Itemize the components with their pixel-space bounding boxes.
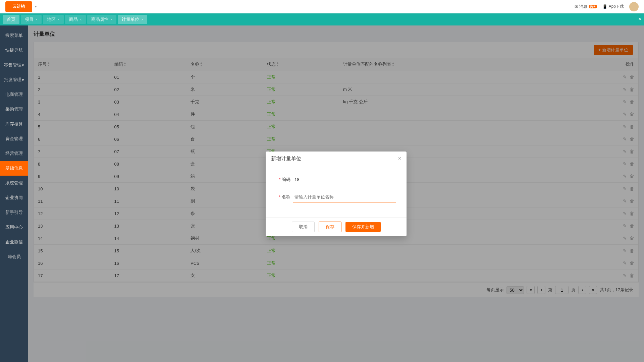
name-label: 名称 (276, 194, 293, 200)
message-badge: 99+ (589, 5, 597, 8)
sidebar: 搜索菜单 快捷导航 零售管理 ▾ 批发管理 ▾ 电商管理 采购管理 库存核算 资… (0, 25, 28, 362)
sidebar-item-newcomer[interactable]: 新手引导 (0, 205, 28, 220)
sidebar-item-finance[interactable]: 资金管理 (0, 131, 28, 146)
form-row-code: 编码 (276, 174, 396, 185)
sidebar-item-system[interactable]: 系统管理 (0, 176, 28, 190)
tab-close-project[interactable]: × (36, 18, 38, 21)
sidebar-item-base-info[interactable]: 基础信息 (0, 161, 28, 176)
name-input[interactable] (293, 192, 396, 202)
content-area: 计量单位 + 新增计量单位 序号 ▲▼ (28, 25, 644, 362)
modal-header: 新增计量单位 × (266, 152, 407, 166)
header-dropdown[interactable]: ▾ (35, 4, 37, 9)
sidebar-item-inventory[interactable]: 库存核算 (0, 117, 28, 131)
tab-home[interactable]: 首页 (3, 15, 19, 24)
chevron-icon-2: ▾ (22, 77, 24, 82)
sidebar-item-membership[interactable]: 嗨会员 (0, 249, 28, 264)
modal-close-btn[interactable]: × (398, 156, 401, 162)
message-icon: ✉ (575, 4, 578, 9)
logo-area: 云进销 ▾ (5, 1, 37, 12)
save-button[interactable]: 保存 (319, 222, 341, 232)
top-nav-right: ✉ 消息 99+ 📱 App下载 (575, 2, 639, 11)
sidebar-item-retail[interactable]: 零售管理 ▾ (0, 58, 28, 72)
tab-close-product[interactable]: × (80, 18, 82, 21)
save-and-new-button[interactable]: 保存并新增 (345, 222, 381, 232)
modal-overlay: 新增计量单位 × 编码 名称 取消 (28, 25, 644, 362)
tab-region[interactable]: 地区 × (43, 15, 64, 24)
app-logo: 云进销 (5, 1, 32, 12)
sidebar-item-app-center[interactable]: 应用中心 (0, 220, 28, 235)
code-label: 编码 (276, 177, 293, 183)
modal-footer: 取消 保存 保存并新增 (266, 217, 407, 236)
tab-close-unit[interactable]: × (141, 18, 143, 21)
sidebar-item-wholesale[interactable]: 批发管理 ▾ (0, 72, 28, 87)
sidebar-item-search[interactable]: 搜索菜单 (0, 28, 28, 43)
app-download-btn[interactable]: 📱 App下载 (602, 4, 624, 9)
tab-close-region[interactable]: × (58, 18, 60, 21)
top-header: 云进销 ▾ ✉ 消息 99+ 📱 App下载 (0, 0, 644, 13)
sidebar-item-purchase[interactable]: 采购管理 (0, 102, 28, 117)
cancel-button[interactable]: 取消 (292, 222, 315, 232)
tab-close-product-attr[interactable]: × (111, 18, 113, 21)
form-row-name: 名称 (276, 192, 396, 202)
main-layout: 搜索菜单 快捷导航 零售管理 ▾ 批发管理 ▾ 电商管理 采购管理 库存核算 资… (0, 25, 644, 362)
download-icon: 📱 (602, 4, 607, 9)
sidebar-item-operations[interactable]: 经营管理 (0, 146, 28, 161)
add-unit-modal: 新增计量单位 × 编码 名称 取消 (266, 152, 407, 236)
chevron-icon: ▾ (22, 63, 24, 68)
avatar[interactable] (629, 2, 639, 11)
message-btn[interactable]: ✉ 消息 99+ (575, 4, 597, 9)
sidebar-item-ecommerce[interactable]: 电商管理 (0, 87, 28, 102)
page-container: 计量单位 + 新增计量单位 序号 ▲▼ (28, 25, 644, 362)
tab-product[interactable]: 商品 × (65, 15, 86, 24)
tab-bar-close-btn[interactable]: × (638, 16, 641, 22)
sidebar-item-enterprise[interactable]: 企业微信 (0, 235, 28, 249)
tab-bar: 首页 项目 × 地区 × 商品 × 商品属性 × 计量单位 × × (0, 13, 644, 25)
code-input[interactable] (293, 174, 396, 185)
sidebar-item-partner[interactable]: 企业协同 (0, 190, 28, 205)
tab-product-attr[interactable]: 商品属性 × (87, 15, 117, 24)
tab-project[interactable]: 项目 × (21, 15, 42, 24)
modal-title: 新增计量单位 (271, 156, 301, 162)
sidebar-item-quick-nav[interactable]: 快捷导航 (0, 43, 28, 58)
tab-unit[interactable]: 计量单位 × (118, 15, 147, 24)
modal-body: 编码 名称 (266, 166, 407, 217)
